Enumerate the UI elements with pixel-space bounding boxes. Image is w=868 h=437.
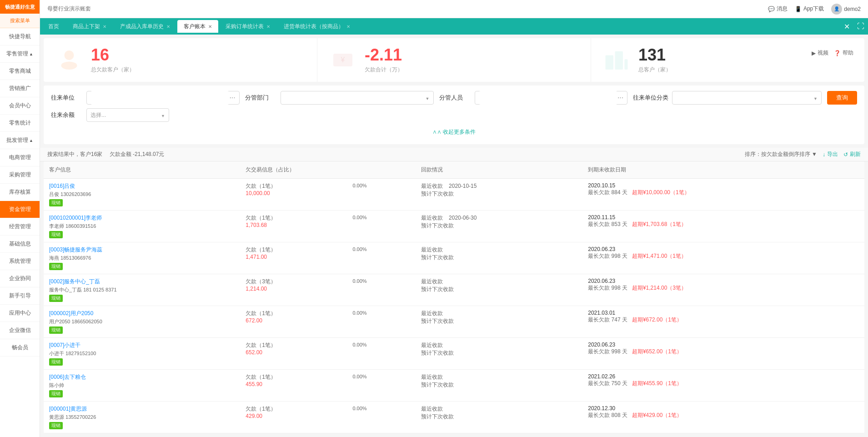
sidebar-item-zijin[interactable]: 资金管理 [0, 201, 40, 218]
user-avatar[interactable]: 👤 demo2 [831, 4, 861, 15]
tab-close-icon[interactable]: ✕ [346, 24, 350, 29]
owe-amount[interactable]: 429.00 [246, 413, 338, 419]
sidebar-item-dianshang[interactable]: 电商管理 [0, 149, 40, 166]
export-label: 导出 [827, 151, 838, 158]
query-button[interactable]: 查询 [827, 91, 857, 105]
stat-card-amount: ¥ -2.11 欠款合计（万） [317, 38, 591, 82]
collection-cell: 最近收款 预计下次收款 [416, 370, 582, 402]
sidebar-item-changhui[interactable]: 畅会员 [0, 339, 40, 357]
help-btn[interactable]: ❓ 帮助 [834, 49, 853, 57]
customer-name[interactable]: [0016]吕俊 [49, 182, 235, 190]
overdue-amount[interactable]: 超期¥1,703.68（1笔） [632, 221, 687, 227]
tab-home[interactable]: 首页 [42, 20, 65, 33]
customer-name[interactable]: [0006]去下粮仓 [49, 373, 235, 381]
owe-amount[interactable]: 652.00 [246, 349, 338, 356]
tab-purchase-order-summary[interactable]: 采购订单统计表 ✕ [219, 20, 276, 33]
filter-source-dots[interactable]: ··· [229, 94, 235, 102]
filter-person-input[interactable] [479, 91, 617, 105]
sidebar-item-qiyewx[interactable]: 企业微信 [0, 322, 40, 339]
overdue-days: 最长欠款 884 天 [588, 189, 630, 196]
sidebar-item-jingying[interactable]: 经营管理 [0, 218, 40, 236]
next-collect: 预计下次收款 [421, 222, 577, 230]
owe-amount[interactable]: 1,214.00 [246, 286, 338, 292]
customer-name[interactable]: [0007]小进干 [49, 342, 235, 349]
recent-collect: 最近收款 2020-06-30 [421, 214, 577, 222]
owe-amount[interactable]: 672.00 [246, 317, 338, 324]
overdue-amount[interactable]: 超期¥652.00（1笔） [632, 348, 682, 355]
filter-balance-chevron [161, 112, 165, 119]
table-body: [0016]吕俊 吕俊 13026203696 现销 欠款（1笔） 10,000… [44, 179, 864, 433]
sidebar-item-kuaijie[interactable]: 快捷导航 [0, 28, 40, 45]
owe-pct-cell: 0.00% [343, 338, 415, 370]
filter-person-dots[interactable]: ··· [617, 94, 623, 102]
tab-close-icon[interactable]: ✕ [103, 24, 106, 29]
app-download-btn[interactable]: 📱 App下载 [795, 5, 824, 13]
customer-name[interactable]: [0003]畅捷服务尹海蕊 [49, 246, 235, 254]
overdue-amount[interactable]: 超期¥672.00（1笔） [632, 316, 682, 323]
owe-desc-cell: 欠款（1笔） 1,471.00 [240, 242, 343, 274]
sidebar-item-huiyuan[interactable]: 会员中心 [0, 97, 40, 115]
tab-inbound-summary-product[interactable]: 进货单统计表（按商品） ✕ [277, 20, 356, 33]
sidebar-item-lingtj[interactable]: 零售统计 [0, 115, 40, 132]
sidebar-item-yingyong[interactable]: 应用中心 [0, 305, 40, 322]
export-btn[interactable]: ↓ 导出 [823, 151, 838, 158]
owe-amount[interactable]: 455.90 [246, 381, 338, 387]
filter-balance-select[interactable]: 选择... [86, 108, 169, 122]
collapse-bar[interactable]: ∧∧ 收起更多条件 [51, 126, 857, 139]
overdue-amount[interactable]: 超期¥455.90（1笔） [632, 380, 682, 387]
logo-text: 畅捷通好生意 [4, 4, 36, 10]
results-bar: 搜索结果中，客户16家 欠款金额 -21,148.07元 排序：按欠款金额倒序排… [40, 148, 868, 161]
svg-point-1 [61, 62, 77, 70]
owe-amount[interactable]: 1,471.00 [246, 254, 338, 260]
tab-customer-account[interactable]: 客户账本 ✕ [177, 20, 218, 33]
tabs-fullscreen-btn[interactable]: ⛶ [855, 22, 866, 31]
filter-row-2: 往来余额 选择... [51, 108, 857, 122]
sidebar-item-xinshou[interactable]: 新手引导 [0, 287, 40, 305]
customer-name[interactable]: [00010200001]李老师 [49, 214, 235, 222]
overdue-amount[interactable]: 超期¥1,214.00（3笔） [632, 285, 687, 291]
tab-product-offsale[interactable]: 商品上下架 ✕ [66, 20, 113, 33]
sidebar-item-xitong[interactable]: 系统管理 [0, 253, 40, 270]
sidebar-item-caigou[interactable]: 采购管理 [0, 166, 40, 184]
sidebar-item-qiye[interactable]: 企业协同 [0, 270, 40, 287]
overdue-amount[interactable]: 超期¥1,471.00（1笔） [632, 253, 687, 259]
owe-desc-cell: 欠款（3笔） 1,214.00 [240, 274, 343, 306]
tab-product-history[interactable]: 产成品入库单历史 ✕ [114, 20, 176, 33]
sidebar-item-lingshop[interactable]: 零售商城 [0, 63, 40, 80]
refresh-btn[interactable]: ↺ 刷新 [843, 151, 861, 158]
customer-name[interactable]: [0002]服务中心_丁磊 [49, 278, 235, 286]
sidebar-item-pifa[interactable]: 批发管理 ▲ [0, 132, 40, 149]
sidebar-search-link[interactable]: 搜索菜单 [0, 14, 40, 28]
sidebar-item-yingxiao[interactable]: 营销推广 [0, 80, 40, 97]
overdue-amount[interactable]: 超期¥10,000.00（1笔） [632, 189, 690, 196]
table-row: [0007]小进干 小进干 18279152100 现销 欠款（1笔） 652.… [44, 338, 864, 370]
tab-label: 商品上下架 [73, 23, 100, 30]
results-summary: 搜索结果中，客户16家 欠款金额 -21,148.07元 [47, 151, 164, 158]
tab-close-icon[interactable]: ✕ [166, 24, 170, 29]
help-icon: ❓ [834, 50, 841, 56]
collection-cell: 最近收款 预计下次收款 [416, 338, 582, 370]
filter-dept-chevron [426, 95, 430, 101]
owe-amount[interactable]: 1,703.68 [246, 222, 338, 228]
collection-cell: 最近收款 预计下次收款 [416, 242, 582, 274]
customer-cell: [000001]黄思源 黄思源 13552700226 现销 [44, 402, 240, 433]
owe-pct: 0.00% [352, 310, 366, 316]
owe-amount[interactable]: 10,000.00 [246, 190, 338, 196]
tabs-close-all-btn[interactable]: ✕ [842, 22, 852, 31]
sidebar-item-jichu[interactable]: 基础信息 [0, 236, 40, 253]
filter-dept-select[interactable] [281, 91, 434, 105]
customer-name[interactable]: [000001]黄思源 [49, 405, 235, 413]
video-btn[interactable]: ▶ 视频 [812, 49, 828, 57]
message-btn[interactable]: 💬 消息 [768, 5, 788, 13]
tab-close-icon[interactable]: ✕ [266, 24, 270, 29]
filter-category-item: 往来单位分类 [633, 91, 822, 105]
next-collect: 预计下次收款 [421, 190, 577, 198]
filter-source-input[interactable] [90, 91, 229, 105]
tab-close-icon[interactable]: ✕ [208, 24, 212, 29]
sidebar-item-kucun[interactable]: 库存核算 [0, 184, 40, 201]
svg-text:¥: ¥ [341, 56, 345, 64]
overdue-amount[interactable]: 超期¥429.00（1笔） [632, 412, 682, 418]
customer-name[interactable]: [000002]用户2050 [49, 310, 235, 317]
filter-category-select[interactable] [672, 91, 822, 105]
sidebar-item-lingshou[interactable]: 零售管理 ▲ [0, 45, 40, 63]
